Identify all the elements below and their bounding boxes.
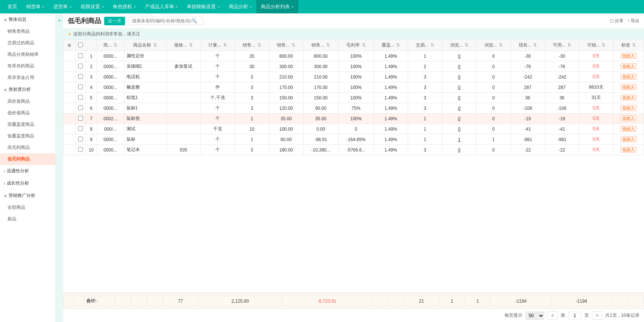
- row-name[interactable]: 橡皮擦: [124, 82, 166, 93]
- sidebar-item-low-value[interactable]: 低价值商品: [0, 107, 55, 119]
- sidebar-collapse-button[interactable]: «: [56, 13, 63, 322]
- row-checkbox-cell[interactable]: [75, 93, 86, 103]
- sidebar-group-circulation[interactable]: › 流通性分析: [0, 165, 55, 177]
- nav-purchase[interactable]: 进货单 ×: [49, 0, 76, 13]
- next-page-button[interactable]: ＞: [592, 311, 602, 320]
- nav-analysis[interactable]: 商品分析 ×: [224, 0, 256, 13]
- nav-permission[interactable]: 权限设置 ×: [76, 0, 108, 13]
- col-unit[interactable]: 计量... ⇅: [201, 40, 235, 51]
- row-checkbox-cell[interactable]: [75, 82, 86, 93]
- row-name[interactable]: 吴细细1: [124, 61, 166, 72]
- page-size-select[interactable]: 50 100 200: [525, 312, 544, 320]
- nav-product-entry[interactable]: 产成品入库单 ×: [141, 0, 182, 13]
- row-browse1[interactable]: 1: [442, 134, 476, 145]
- row-browse1[interactable]: 0: [442, 93, 476, 103]
- sidebar-item-low-margin[interactable]: 低毛利商品: [0, 153, 55, 165]
- col-browse2[interactable]: 浏览... ⇅: [476, 40, 510, 51]
- col-available[interactable]: 可用... ⇅: [545, 40, 579, 51]
- sidebar-item-high-value[interactable]: 高价值商品: [0, 96, 55, 107]
- row-checkbox[interactable]: [78, 95, 83, 100]
- filter-recent-month-button[interactable]: 近一月: [104, 17, 125, 25]
- row-browse1[interactable]: 0: [442, 51, 476, 61]
- col-name[interactable]: 商品名称 ⇅: [124, 40, 166, 51]
- row-browse1[interactable]: 0: [442, 114, 476, 124]
- sidebar-item-stock-products[interactable]: 有库存的商品: [0, 60, 55, 72]
- row-name[interactable]: 笔记本: [124, 145, 166, 155]
- sidebar-group-growth[interactable]: › 成长性分析: [0, 177, 55, 189]
- row-checkbox-cell[interactable]: [75, 103, 86, 114]
- row-name[interactable]: 鼠标1: [124, 103, 166, 114]
- sidebar-item-new-products[interactable]: 新品: [0, 213, 55, 225]
- row-checkbox-cell[interactable]: [75, 61, 86, 72]
- row-name[interactable]: 电话机: [124, 72, 166, 82]
- nav-sales-close[interactable]: ×: [42, 4, 44, 9]
- row-name[interactable]: 测试: [124, 124, 166, 134]
- col-sales-profit[interactable]: 销售... ⇅: [303, 40, 338, 51]
- col-current-stock[interactable]: 现有... ⇅: [510, 40, 545, 51]
- sidebar-group-overall[interactable]: ∨ 整体信息: [0, 13, 55, 26]
- col-checkbox-header[interactable]: [75, 40, 86, 51]
- row-checkbox-cell[interactable]: [75, 51, 86, 61]
- col-sales-price[interactable]: 销售... ⇅: [269, 40, 303, 51]
- nav-product-close[interactable]: ×: [176, 4, 178, 9]
- nav-permission-close[interactable]: ×: [102, 4, 104, 9]
- row-browse1[interactable]: 0: [442, 72, 476, 82]
- search-box[interactable]: 🔍: [129, 17, 203, 25]
- nav-home[interactable]: 首页: [3, 0, 22, 13]
- sidebar-item-traded-products[interactable]: 交易过的商品: [0, 37, 55, 49]
- col-settings[interactable]: ⚙: [64, 40, 76, 51]
- row-checkbox-cell[interactable]: [75, 124, 86, 134]
- col-saleable[interactable]: 可销... ⇅: [579, 40, 613, 51]
- row-browse1[interactable]: 0: [442, 61, 476, 72]
- sidebar-item-category-sales-rate[interactable]: 商品分类助销率: [0, 49, 55, 60]
- row-name[interactable]: 鼠标垫: [124, 114, 166, 124]
- row-checkbox[interactable]: [78, 74, 83, 79]
- sidebar-item-high-margin[interactable]: 高毛利商品: [0, 142, 55, 153]
- row-name[interactable]: 属性定价: [124, 51, 166, 61]
- sidebar-item-low-coverage[interactable]: 低覆盖度商品: [0, 130, 55, 142]
- row-checkbox-cell[interactable]: [75, 72, 86, 82]
- sidebar-group-analysis[interactable]: ∨ 类射度分析: [0, 83, 55, 96]
- col-tag[interactable]: 标签 ⇅: [613, 40, 644, 51]
- nav-analysis-list-close[interactable]: ×: [291, 4, 294, 9]
- row-checkbox[interactable]: [78, 126, 83, 131]
- search-input[interactable]: [132, 18, 192, 23]
- sidebar-item-all-products[interactable]: 全部商品: [0, 202, 55, 213]
- row-browse1[interactable]: 0: [442, 103, 476, 114]
- row-checkbox[interactable]: [78, 105, 83, 110]
- row-browse1[interactable]: 0: [442, 82, 476, 93]
- row-name[interactable]: 鼠标: [124, 134, 166, 145]
- col-gross-margin[interactable]: 毛利率 ⇅: [338, 40, 374, 51]
- nav-analysis-list[interactable]: 商品分析列表 ×: [256, 0, 298, 13]
- row-checkbox[interactable]: [78, 85, 83, 89]
- share-button[interactable]: ⬡ 分享: [610, 18, 624, 24]
- nav-template-close[interactable]: ×: [217, 4, 220, 9]
- col-cover-rate[interactable]: 覆盖... ⇅: [374, 40, 408, 51]
- nav-purchase-close[interactable]: ×: [69, 4, 71, 9]
- col-spec[interactable]: 规格... ⇅: [166, 40, 201, 51]
- row-checkbox[interactable]: [78, 53, 83, 58]
- current-page-input[interactable]: [568, 312, 581, 319]
- sidebar-item-high-coverage[interactable]: 高覆盖度商品: [0, 119, 55, 130]
- row-browse1[interactable]: 0: [442, 124, 476, 134]
- row-checkbox-cell[interactable]: [75, 134, 86, 145]
- row-browse1[interactable]: 0: [442, 145, 476, 155]
- prev-page-button[interactable]: ＜: [547, 311, 558, 320]
- nav-role[interactable]: 角色授权 ×: [108, 0, 140, 13]
- nav-analysis-close[interactable]: ×: [250, 4, 252, 9]
- row-checkbox[interactable]: [78, 137, 83, 141]
- row-checkbox[interactable]: [78, 147, 83, 152]
- sidebar-item-sales-products[interactable]: 销售类商品: [0, 26, 55, 37]
- row-checkbox-cell[interactable]: [75, 145, 86, 155]
- col-browse1[interactable]: 浏览... ⇅: [442, 40, 476, 51]
- nav-sales[interactable]: 销货单 ×: [22, 0, 49, 13]
- nav-role-close[interactable]: ×: [134, 4, 136, 9]
- nav-template[interactable]: 单据模板设置 ×: [182, 0, 224, 13]
- row-checkbox[interactable]: [78, 64, 83, 68]
- row-checkbox-cell[interactable]: [75, 114, 86, 124]
- col-code[interactable]: 商... ⇅: [97, 40, 124, 51]
- row-checkbox[interactable]: [78, 116, 83, 121]
- row-name[interactable]: 铅笔1: [124, 93, 166, 103]
- sidebar-item-stock-capital[interactable]: 库存资金占用: [0, 72, 55, 83]
- col-sales-qty[interactable]: 销售... ⇅: [235, 40, 269, 51]
